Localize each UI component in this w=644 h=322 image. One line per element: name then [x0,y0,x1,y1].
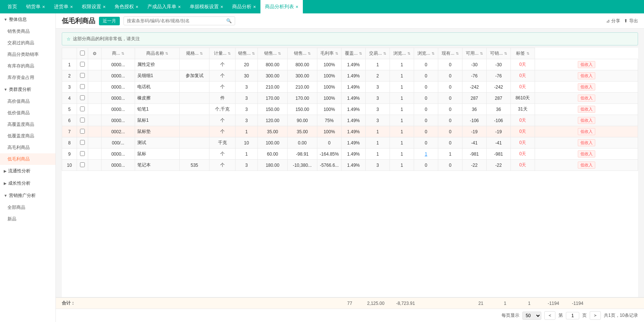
search-input[interactable] [127,18,226,23]
row-view1[interactable]: 0 [414,126,438,137]
row-checkbox[interactable] [80,140,85,145]
row-sales-qty: 20 [236,59,258,70]
nav-close-sales[interactable]: ✕ [42,5,45,9]
row-view1[interactable]: 0 [414,104,438,115]
current-page-input[interactable] [566,312,579,319]
sidebar-item-new-goods[interactable]: 新品 [0,213,55,225]
row-checkbox[interactable] [80,118,85,122]
col-header-saleable[interactable]: 可销... ⇅ [487,48,511,59]
row-check[interactable] [77,93,88,104]
period-button[interactable]: 近一月 [99,17,120,25]
nav-close-permissions[interactable]: ✕ [103,5,106,9]
sidebar-item-high-coverage[interactable]: 高覆盖度商品 [0,119,55,130]
nav-home[interactable]: 首页 [3,0,22,13]
row-checkbox[interactable] [80,151,85,156]
nav-close-product-analysis-list[interactable]: ✕ [295,5,298,9]
search-icon[interactable]: 🔍 [226,18,232,23]
sidebar-item-high-value[interactable]: 高价值商品 [0,96,55,107]
view1-link[interactable]: 1 [425,152,427,157]
col-header-avail[interactable]: 可用... ⇅ [462,48,487,59]
nav-roles[interactable]: 角色授权✕ [110,0,143,13]
sidebar-item-all-goods[interactable]: 全部商品 [0,202,55,213]
nav-purchase[interactable]: 进货单✕ [49,0,77,13]
col-header-code[interactable]: 商... ⇅ [102,48,135,59]
row-view1[interactable]: 0 [414,59,438,70]
sidebar-item-high-gross[interactable]: 高毛利商品 [0,142,55,153]
row-checkbox[interactable] [80,95,85,100]
row-checkbox[interactable] [80,129,85,134]
nav-close-purchase[interactable]: ✕ [70,5,73,9]
col-header-sales-profit[interactable]: 销售... ⇅ [288,48,317,59]
col-header-check[interactable] [77,48,88,59]
data-table: ⚙ 商... ⇅ 商品名称 ⇅ 规格... ⇅ 计量... ⇅ 销售... ⇅ … [62,48,638,171]
col-header-trade[interactable]: 交易... ⇅ [366,48,390,59]
prev-page-button[interactable]: ＜ [544,311,555,320]
sidebar-item-low-coverage[interactable]: 低覆盖度商品 [0,130,55,142]
sidebar-group-cluster[interactable]: ▼ 类群度分析 [0,83,55,96]
row-checkbox[interactable] [80,62,85,67]
sidebar-group-marketing-label: 营销推广分析 [9,192,36,199]
nav-close-roles[interactable]: ✕ [135,5,138,9]
share-button[interactable]: ⊿ 分享 [606,18,620,24]
nav-close-product-inbound[interactable]: ✕ [178,5,181,9]
row-check[interactable] [77,70,88,82]
page-size-select[interactable]: 50 100 [522,312,541,320]
row-checkbox[interactable] [80,73,85,78]
row-check[interactable] [77,82,88,93]
row-check[interactable] [77,59,88,70]
col-header-unit[interactable]: 计量... ⇅ [209,48,236,59]
col-header-now[interactable]: 现有... ⇅ [438,48,462,59]
col-header-view1[interactable]: 浏览... ⇅ [390,48,414,59]
row-view1[interactable]: 0 [414,115,438,126]
next-page-button[interactable]: ＞ [590,311,601,320]
sidebar-group-growth[interactable]: ▶ 成长性分析 [0,177,55,189]
col-header-spec[interactable]: 规格... ⇅ [180,48,209,59]
row-check[interactable] [77,137,88,149]
row-view1[interactable]: 1 [414,149,438,160]
sidebar-item-low-value[interactable]: 低价值商品 [0,107,55,119]
row-view1[interactable]: 0 [414,93,438,104]
col-header-cover[interactable]: 覆盖... ⇅ [342,48,366,59]
sidebar-item-sales-goods[interactable]: 销售类商品 [0,26,55,37]
nav-product-analysis-list[interactable]: 商品分析列表✕ [260,0,303,13]
sidebar-item-category-rate[interactable]: 商品分类助销率 [0,49,55,60]
sidebar-group-flow[interactable]: ▶ 流通性分析 [0,165,55,177]
row-checkbox[interactable] [80,84,85,89]
row-check[interactable] [77,160,88,171]
search-box[interactable]: 🔍 [124,16,235,25]
collapse-icon-overview: ▼ [4,17,7,22]
nav-close-product-analysis[interactable]: ✕ [253,5,256,9]
sidebar-group-marketing[interactable]: ▼ 营销推广分析 [0,189,55,202]
nav-close-template[interactable]: ✕ [220,5,223,9]
row-view1[interactable]: 0 [414,70,438,82]
select-all-checkbox[interactable] [80,51,85,55]
row-check[interactable] [77,126,88,137]
col-header-view2[interactable]: 浏览... ⇅ [414,48,438,59]
row-check[interactable] [77,115,88,126]
nav-permissions[interactable]: 权限设置✕ [77,0,110,13]
row-view1[interactable]: 0 [414,137,438,149]
sidebar-item-stock-capital[interactable]: 库存资金占用 [0,72,55,83]
row-view1[interactable]: 0 [414,160,438,171]
sidebar-item-traded-goods[interactable]: 交易过的商品 [0,37,55,49]
sidebar-item-in-stock[interactable]: 有库存的商品 [0,60,55,72]
col-header-sales-amt[interactable]: 销售... ⇅ [258,48,288,59]
export-button[interactable]: ⬆ 导出 [624,18,638,24]
col-header-tag[interactable]: 标签 ⇅ [511,48,535,59]
sidebar-item-low-gross[interactable]: 低毛利商品 [0,153,55,165]
nav-sales[interactable]: 销货单✕ [22,0,49,13]
nav-template[interactable]: 单据模板设置✕ [185,0,228,13]
col-header-settings[interactable]: ⚙ [88,48,102,59]
nav-product-analysis[interactable]: 商品分析✕ [228,0,260,13]
sidebar-group-overview[interactable]: ▼ 整体信息 [0,13,55,26]
row-check[interactable] [77,149,88,160]
col-header-name[interactable]: 商品名称 ⇅ [135,48,180,59]
nav-product-inbound[interactable]: 产成品入库单✕ [143,0,185,13]
col-header-gross[interactable]: 毛利率 ⇅ [317,48,342,59]
col-header-sales-qty[interactable]: 销售... ⇅ [236,48,258,59]
row-check[interactable] [77,104,88,115]
row-checkbox[interactable] [80,106,85,111]
row-view1[interactable]: 0 [414,82,438,93]
row-checkbox[interactable] [80,162,85,167]
row-trade: 1 [390,93,414,104]
